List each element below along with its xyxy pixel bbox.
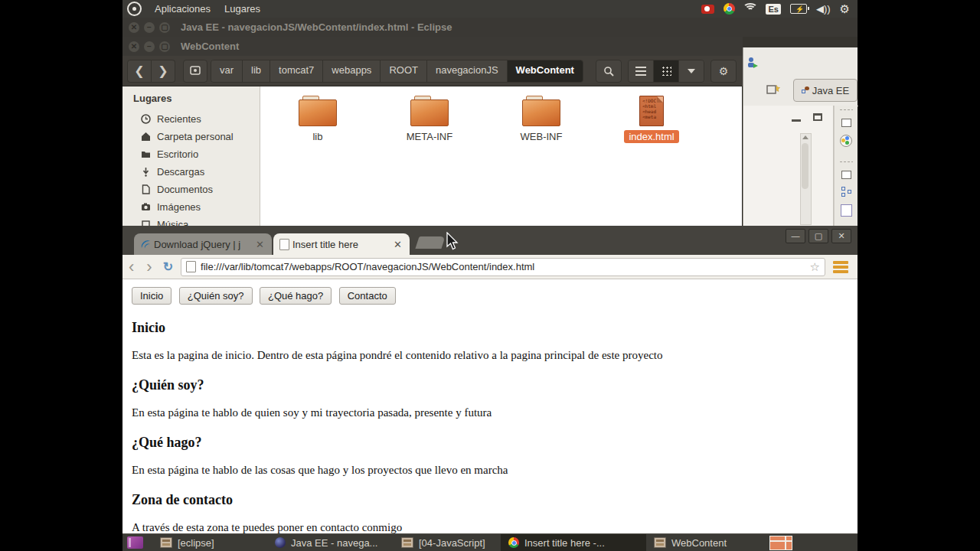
breadcrumb-navegacionjs[interactable]: navegacionJS — [427, 60, 508, 82]
sidebar-item-escritorio[interactable]: Escritorio — [133, 145, 260, 163]
inicio-button[interactable]: Inicio — [132, 287, 172, 305]
contacto-button[interactable]: Contacto — [339, 287, 396, 305]
file-lib[interactable]: lib — [276, 96, 360, 143]
sidebar-item-carpeta-personal[interactable]: Carpeta personal — [133, 128, 260, 145]
eclipse-icon — [275, 537, 286, 548]
wifi-icon[interactable] — [744, 5, 756, 14]
section-text: En esta página te hablo de las cosas que… — [132, 464, 858, 477]
close-icon[interactable]: ✕ — [129, 41, 139, 52]
chevron-down-icon — [688, 69, 695, 73]
eclipse-toolbar: Java EE — [743, 75, 858, 106]
drawer-icon — [160, 537, 172, 548]
file-label-selected: index.html — [624, 130, 678, 143]
browser-back-button[interactable]: ‹ — [122, 257, 140, 277]
browser-menu-icon[interactable] — [833, 261, 848, 273]
menu-lugares[interactable]: Lugares — [217, 0, 267, 18]
java-ee-perspective-button[interactable]: Java EE — [793, 79, 858, 102]
breadcrumb-root[interactable]: ROOT — [381, 60, 427, 82]
sidebar-label: Música — [157, 219, 188, 226]
screen-recorder-icon[interactable] — [701, 5, 714, 14]
session-gear-icon[interactable]: ⚙ — [840, 3, 850, 15]
que-hago-button[interactable]: ¿Qué hago? — [260, 287, 332, 305]
drag-handle-icon[interactable] — [839, 161, 853, 163]
restore-view-icon[interactable] — [841, 119, 851, 127]
keyboard-layout-indicator[interactable]: Es — [766, 4, 780, 15]
close-tab-icon[interactable]: ✕ — [254, 239, 266, 250]
grid-view-button[interactable] — [654, 60, 679, 82]
file-meta-inf[interactable]: META-INF — [387, 96, 472, 143]
gear-icon: ⚙ — [719, 65, 729, 77]
drag-handle-icon[interactable] — [839, 109, 853, 111]
search-button[interactable] — [596, 60, 622, 83]
sidebar-item-musica[interactable]: Música — [133, 216, 260, 226]
sidebar-item-documentos[interactable]: Documentos — [133, 181, 260, 198]
bookmark-star-icon[interactable]: ☆ — [810, 260, 820, 274]
run-user-icon[interactable] — [746, 57, 759, 69]
back-button[interactable]: ❮ — [127, 60, 152, 83]
folder-icon — [141, 149, 151, 159]
minimize-icon[interactable]: — — [786, 229, 805, 243]
eclipse-window-title: Java EE - navegacionJS/WebContent/index.… — [181, 21, 452, 33]
eclipse-scrollbar[interactable] — [800, 133, 812, 225]
new-tab-button[interactable] — [415, 236, 445, 249]
close-icon[interactable]: ✕ — [831, 229, 851, 243]
servers-view-icon[interactable] — [840, 135, 852, 147]
view-options-button[interactable] — [679, 60, 704, 82]
web-page-content: Inicio ¿Quién soy? ¿Qué hago? Contacto I… — [122, 279, 858, 533]
chrome-indicator-icon[interactable] — [724, 3, 735, 15]
taskbar-item-webcontent[interactable]: WebContent — [646, 534, 753, 551]
minimize-icon[interactable]: − — [144, 41, 155, 52]
minimize-icon[interactable]: − — [144, 22, 155, 33]
tab-insert-title-here[interactable]: Insert title here ✕ — [273, 233, 410, 255]
maximize-icon[interactable]: ▢ — [159, 22, 170, 33]
forward-button[interactable]: ❯ — [152, 60, 175, 83]
sidebar-item-imagenes[interactable]: Imágenes — [133, 198, 260, 216]
taskbar-item-04-javascript[interactable]: [04-JavaScript] — [394, 534, 501, 551]
workspace-switcher-icon[interactable] — [127, 536, 143, 549]
menu-aplicaciones[interactable]: Aplicaciones — [148, 0, 217, 18]
panel-minimize-icon[interactable] — [792, 119, 801, 122]
taskbar-item-eclipse-app[interactable]: Java EE - navega... — [267, 534, 394, 551]
quien-soy-button[interactable]: ¿Quién soy? — [179, 287, 253, 305]
outline-view-icon[interactable] — [841, 187, 851, 197]
file-index-html[interactable]: <!DOC <html <head <meta index.html — [609, 96, 694, 143]
taskbar-label: WebContent — [671, 537, 727, 549]
sidebar-label: Documentos — [157, 184, 213, 195]
browser-forward-button[interactable]: › — [140, 257, 158, 277]
sidebar-item-descargas[interactable]: Descargas — [133, 163, 260, 181]
breadcrumb-tomcat7[interactable]: tomcat7 — [270, 60, 323, 82]
computer-icon[interactable] — [183, 60, 207, 83]
list-view-button[interactable] — [629, 60, 654, 82]
close-tab-icon[interactable]: ✕ — [392, 239, 403, 250]
breadcrumb-webapps[interactable]: webapps — [323, 60, 381, 82]
snippets-view-icon[interactable] — [841, 204, 852, 217]
grid-view-icon — [662, 66, 671, 76]
search-icon — [603, 66, 614, 77]
taskbar-item-insert-title-here[interactable]: Insert title here -... — [501, 534, 646, 551]
restore-view-icon[interactable] — [841, 171, 851, 179]
file-web-inf[interactable]: WEB-INF — [499, 96, 583, 143]
url-bar[interactable]: file:///var/lib/tomcat7/webapps/ROOT/nav… — [181, 258, 825, 276]
breadcrumb-webcontent[interactable]: WebContent — [508, 60, 583, 82]
tab-download-jquery[interactable]: Download jQuery | j ✕ — [134, 233, 272, 255]
new-wizard-icon[interactable] — [766, 83, 780, 96]
breadcrumb-var[interactable]: var — [211, 60, 243, 82]
section-heading-zona-contacto: Zona de contacto — [132, 492, 858, 508]
taskbar-item-eclipse-folder[interactable]: [eclipse] — [152, 534, 267, 551]
distributor-logo-icon[interactable] — [127, 2, 142, 16]
maximize-icon[interactable]: ▢ — [159, 41, 170, 52]
panel-maximize-icon[interactable] — [813, 113, 822, 121]
sidebar-item-recientes[interactable]: Recientes — [133, 110, 260, 128]
spreadsheet-window-icon[interactable] — [769, 536, 792, 550]
places-header: Lugares — [133, 93, 260, 104]
volume-icon[interactable]: ◀)) — [816, 4, 831, 14]
drawer-icon — [401, 537, 413, 548]
home-icon — [141, 132, 151, 142]
file-manager-title: WebContent — [181, 41, 239, 52]
close-icon[interactable]: ✕ — [129, 22, 139, 33]
reload-icon[interactable]: ↻ — [158, 259, 178, 274]
maximize-icon[interactable]: ▢ — [808, 229, 828, 243]
breadcrumb-lib[interactable]: lib — [243, 60, 270, 82]
battery-icon[interactable]: ⚡ — [790, 4, 807, 14]
settings-button[interactable]: ⚙ — [710, 60, 737, 83]
